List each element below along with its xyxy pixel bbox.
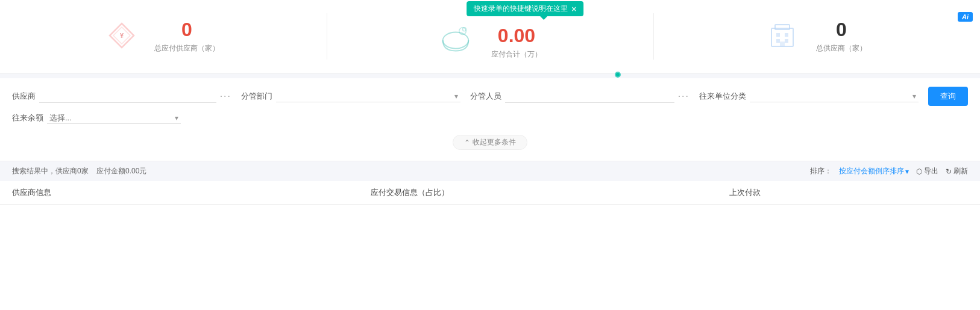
tooltip-close-icon[interactable]: ×	[571, 4, 576, 14]
search-count: 0家	[77, 167, 89, 175]
col-header-transaction: 应付交易信息（占比）	[371, 187, 729, 198]
table-body	[0, 205, 980, 310]
dept-input-wrapper[interactable]: ▾	[276, 90, 460, 102]
results-right: 排序： 按应付会额倒序排序 ▾ ⬡ 导出 ↻ 刷新	[810, 166, 968, 176]
payable-total-label: 应付合计（万）	[491, 49, 542, 60]
tooltip-dot	[615, 72, 621, 78]
ai-badge[interactable]: Ai	[958, 12, 973, 22]
dept-input[interactable]	[278, 91, 454, 101]
table-section: 供应商信息 应付交易信息（占比） 上次付款	[0, 181, 980, 310]
unit-class-input-wrapper[interactable]: ▾	[750, 90, 919, 102]
balance-label: 往来余额	[12, 113, 43, 123]
filter-row-2: 往来余额 ▾	[12, 112, 968, 124]
table-header: 供应商信息 应付交易信息（占比） 上次付款	[0, 181, 980, 205]
search-button[interactable]: 查询	[928, 87, 968, 106]
diamond-icon: ¥	[107, 21, 136, 52]
payable-suppliers-number: 0	[181, 19, 192, 40]
export-button[interactable]: ⬡ 导出	[916, 166, 938, 176]
svg-rect-11	[785, 39, 788, 43]
supplier-label: 供应商	[12, 91, 36, 102]
building-icon	[767, 20, 798, 53]
payable-suppliers-label: 总应付供应商（家）	[154, 43, 219, 54]
filter-dept: 分管部门 ▾	[241, 90, 460, 102]
supplier-input[interactable]	[39, 90, 216, 103]
filter-unit-class: 往来单位分类 ▾	[699, 90, 919, 102]
sort-text: 按应付会额倒序排序	[839, 166, 904, 176]
tooltip-bubble: 快速录单的快捷键说明在这里 ×	[466, 1, 583, 16]
unit-class-input[interactable]	[752, 91, 912, 101]
unit-class-chevron-icon[interactable]: ▾	[912, 92, 916, 101]
balance-input[interactable]	[49, 113, 175, 122]
total-suppliers-number: 0	[836, 19, 847, 40]
svg-rect-10	[776, 39, 780, 43]
export-label: 导出	[924, 166, 938, 176]
svg-point-3	[443, 33, 469, 49]
amount-prefix: 应付金额	[96, 167, 125, 175]
refresh-button[interactable]: ↻ 刷新	[946, 166, 968, 176]
collapse-button[interactable]: ⌃ 收起更多条件	[453, 135, 527, 150]
sort-label: 排序：	[810, 166, 832, 176]
filter-row-1: 供应商 ··· 分管部门 ▾ 分管人员 ··· 往来单位分类 ▾	[12, 87, 968, 106]
search-prefix: 搜索结果中，供应商	[12, 167, 77, 175]
dept-label: 分管部门	[241, 91, 272, 102]
svg-rect-8	[776, 33, 780, 37]
sort-value-btn[interactable]: 按应付会额倒序排序 ▾	[839, 166, 909, 176]
refresh-icon: ↻	[946, 167, 952, 176]
sort-chevron-icon: ▾	[905, 167, 909, 176]
svg-rect-12	[780, 42, 785, 46]
results-bar: 搜索结果中，供应商0家 应付金额0.00元 排序： 按应付会额倒序排序 ▾ ⬡ …	[0, 161, 980, 181]
filter-person: 分管人员 ···	[470, 90, 689, 103]
balance-chevron-icon[interactable]: ▾	[175, 114, 178, 122]
svg-rect-9	[785, 33, 788, 37]
stats-bar: ¥ 0 总应付供应商（家） 快速录单的快捷键说明在这里 ×	[0, 0, 980, 73]
filter-supplier: 供应商 ···	[12, 90, 231, 103]
svg-text:¥: ¥	[120, 32, 124, 39]
balance-input-wrapper[interactable]: ▾	[47, 112, 181, 124]
tooltip-text: 快速录单的快捷键说明在这里	[474, 4, 568, 14]
supplier-dots-icon[interactable]: ···	[220, 91, 231, 102]
refresh-label: 刷新	[953, 166, 968, 176]
stat-total-suppliers: 0 总供应商（家） Ai	[653, 7, 980, 66]
unit-class-label: 往来单位分类	[699, 91, 746, 102]
stat-payable-suppliers: ¥ 0 总应付供应商（家）	[0, 7, 327, 66]
col-header-payment: 上次付款	[729, 187, 969, 198]
stat-payable-total: 快速录单的快捷键说明在这里 × 0.00 应付合计（万）	[327, 7, 653, 66]
export-icon: ⬡	[916, 167, 922, 176]
col-header-supplier: 供应商信息	[12, 187, 371, 198]
results-left: 搜索结果中，供应商0家 应付金额0.00元	[12, 166, 146, 176]
filter-section: 供应商 ··· 分管部门 ▾ 分管人员 ··· 往来单位分类 ▾	[0, 78, 980, 161]
total-suppliers-label: 总供应商（家）	[816, 43, 867, 54]
collapse-chevron-icon: ⌃	[464, 138, 470, 147]
search-results-text: 搜索结果中，供应商0家 应付金额0.00元	[12, 166, 146, 176]
person-input[interactable]	[505, 90, 674, 103]
amount-value: 0.00元	[125, 167, 146, 175]
person-dots-icon[interactable]: ···	[678, 91, 689, 102]
payable-total-number: 0.00	[498, 25, 535, 46]
bowl-icon	[438, 24, 473, 61]
dept-chevron-icon[interactable]: ▾	[454, 92, 458, 101]
collapse-label: 收起更多条件	[473, 137, 516, 147]
person-label: 分管人员	[470, 91, 501, 102]
filter-balance: 往来余额 ▾	[12, 112, 181, 124]
